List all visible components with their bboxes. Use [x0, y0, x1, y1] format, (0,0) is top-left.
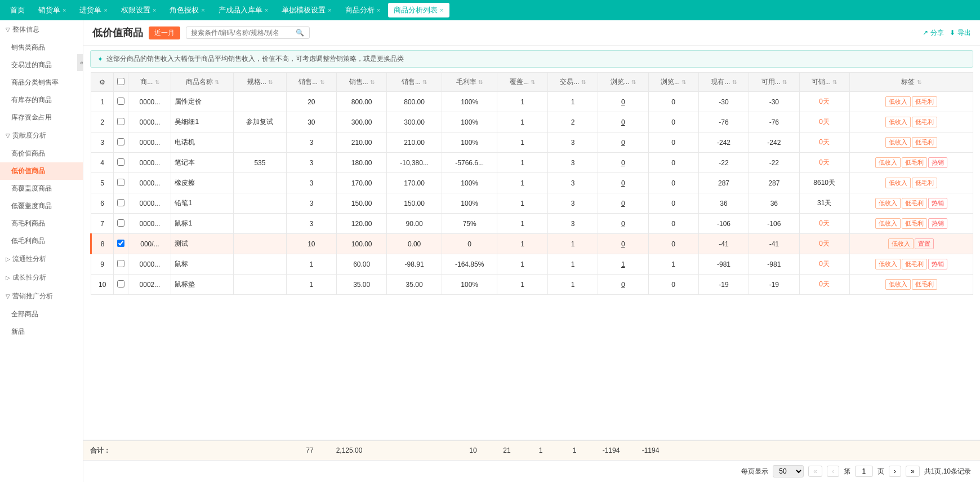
product-tag: 低收入 — [875, 198, 901, 209]
nav-product-analysis[interactable]: 商品分析 × — [340, 3, 386, 17]
col-sales-amount[interactable]: 销售... ⇅ — [387, 73, 442, 92]
col-select-all[interactable] — [114, 73, 128, 92]
col-transaction[interactable]: 交易... ⇅ — [547, 73, 598, 92]
search-input[interactable] — [191, 29, 292, 37]
cell-checkbox[interactable] — [114, 153, 128, 173]
row-checkbox[interactable] — [117, 260, 124, 267]
nav-template-settings[interactable]: 单据模板设置 × — [276, 3, 337, 17]
row-checkbox[interactable] — [117, 219, 124, 227]
sidebar-item-traded-products[interactable]: 交易过的商品 — [0, 56, 83, 74]
page-size-select[interactable]: 50 100 — [773, 465, 804, 477]
col-coverage[interactable]: 覆盖... ⇅ — [497, 73, 547, 92]
sidebar-item-low-margin[interactable]: 低毛利商品 — [0, 232, 83, 250]
sidebar-section-overall[interactable]: ▽ 整体信息 — [0, 20, 83, 39]
nav-close-permissions[interactable]: × — [153, 7, 156, 14]
cell-views2: 0 — [648, 112, 698, 132]
cell-checkbox[interactable] — [114, 173, 128, 193]
export-button[interactable]: ⬇ 导出 — [950, 28, 971, 38]
cell-checkbox[interactable] — [114, 132, 128, 153]
nav-role-auth[interactable]: 角色授权 × — [164, 3, 210, 17]
sidebar-item-all-products[interactable]: 全部商品 — [0, 306, 83, 323]
cell-checkbox[interactable] — [114, 275, 128, 295]
page-number-input[interactable] — [855, 466, 873, 477]
cell-transaction: 1 — [547, 92, 598, 112]
col-sales-qty[interactable]: 销售... ⇅ — [286, 73, 336, 92]
cell-coverage: 1 — [497, 214, 547, 234]
nav-sales-order[interactable]: 销货单 × — [33, 3, 72, 17]
sidebar-item-category-sales-rate[interactable]: 商品分类销售率 — [0, 74, 83, 91]
prev-page-button[interactable]: ‹ — [827, 466, 839, 477]
col-views1[interactable]: 浏览... ⇅ — [598, 73, 648, 92]
nav-close-role-auth[interactable]: × — [201, 7, 204, 14]
cell-num: 4 — [91, 153, 114, 173]
row-checkbox[interactable] — [117, 280, 124, 288]
col-code[interactable]: 商... ⇅ — [128, 73, 171, 92]
sidebar-item-low-value[interactable]: 低价值商品 — [0, 162, 83, 180]
cell-sales-price: 150.00 — [337, 193, 387, 214]
col-tags[interactable]: 标签 ⇅ — [849, 73, 973, 92]
nav-close-sales[interactable]: × — [63, 7, 66, 14]
sidebar-item-sales-products[interactable]: 销售类商品 — [0, 39, 83, 56]
nav-purchase-order[interactable]: 进货单 × — [74, 3, 113, 17]
cell-views2: 0 — [648, 92, 698, 112]
row-checkbox[interactable] — [117, 138, 124, 145]
cell-checkbox[interactable] — [114, 234, 128, 254]
col-sellable[interactable]: 可销... ⇅ — [799, 73, 849, 92]
nav-close-product-analysis[interactable]: × — [377, 7, 380, 14]
row-checkbox[interactable] — [117, 158, 124, 166]
nav-close-product-storage[interactable]: × — [265, 7, 268, 14]
sidebar-item-high-value[interactable]: 高价值商品 — [0, 145, 83, 162]
col-sales-price[interactable]: 销售... ⇅ — [337, 73, 387, 92]
product-tag: 热销 — [928, 198, 947, 209]
search-icon[interactable]: 🔍 — [296, 29, 304, 37]
col-views2[interactable]: 浏览... ⇅ — [648, 73, 698, 92]
nav-permissions[interactable]: 权限设置 × — [115, 3, 162, 17]
sidebar-item-stocked-products[interactable]: 有库存的商品 — [0, 91, 83, 109]
sidebar-collapse-button[interactable]: « — [77, 54, 83, 71]
sidebar-section-contribution[interactable]: ▽ 贡献度分析 — [0, 126, 83, 145]
next-page-button[interactable]: › — [889, 466, 901, 477]
cell-views2: 0 — [648, 173, 698, 193]
sidebar-item-high-margin[interactable]: 高毛利商品 — [0, 215, 83, 232]
sidebar-item-high-coverage[interactable]: 高覆盖度商品 — [0, 180, 83, 197]
nav-close-template[interactable]: × — [328, 7, 331, 14]
col-available-stock[interactable]: 可用... ⇅ — [749, 73, 799, 92]
first-page-button[interactable]: « — [808, 466, 822, 477]
row-checkbox[interactable] — [117, 98, 124, 105]
sidebar-section-marketing[interactable]: ▽ 营销推广分析 — [0, 287, 83, 306]
cell-spec — [234, 214, 286, 234]
sidebar-item-low-coverage[interactable]: 低覆盖度商品 — [0, 197, 83, 215]
cell-checkbox[interactable] — [114, 112, 128, 132]
cell-code: 0000... — [128, 193, 171, 214]
select-all-checkbox[interactable] — [117, 78, 124, 85]
col-gross-margin[interactable]: 毛利率 ⇅ — [442, 73, 497, 92]
col-name[interactable]: 商品名称 ⇅ — [171, 73, 234, 92]
nav-product-storage[interactable]: 产成品入库单 × — [213, 3, 274, 17]
row-checkbox[interactable] — [117, 240, 124, 247]
share-button[interactable]: ↗ 分享 — [923, 28, 944, 38]
col-current-stock[interactable]: 现有... ⇅ — [698, 73, 749, 92]
cell-checkbox[interactable] — [114, 254, 128, 275]
sidebar-section-circulation[interactable]: ▷ 流通性分析 — [0, 250, 83, 268]
row-checkbox[interactable] — [117, 199, 124, 206]
cell-checkbox[interactable] — [114, 214, 128, 234]
last-page-button[interactable]: » — [906, 466, 920, 477]
cell-checkbox[interactable] — [114, 193, 128, 214]
row-checkbox[interactable] — [117, 118, 124, 125]
nav-close-purchase[interactable]: × — [104, 7, 107, 14]
nav-home[interactable]: 首页 — [5, 3, 30, 17]
nav-product-analysis-list[interactable]: 商品分析列表 × — [388, 3, 449, 17]
sidebar-item-inventory-capital[interactable]: 库存资金占用 — [0, 109, 83, 126]
cell-checkbox[interactable] — [114, 92, 128, 112]
nav-close-product-analysis-list[interactable]: × — [440, 7, 443, 14]
time-filter-button[interactable]: 近一月 — [149, 26, 180, 39]
row-checkbox[interactable] — [117, 179, 124, 186]
sidebar-section-growth[interactable]: ▷ 成长性分析 — [0, 268, 83, 287]
col-settings[interactable]: ⚙ — [91, 73, 114, 92]
cell-coverage: 1 — [497, 92, 547, 112]
col-spec[interactable]: 规格... ⇅ — [234, 73, 286, 92]
cell-name: 笔记本 — [171, 153, 234, 173]
sidebar-item-new-products[interactable]: 新品 — [0, 323, 83, 341]
cell-views1: 0 — [598, 173, 648, 193]
cell-tags: 低收入低毛利热销 — [849, 193, 973, 214]
